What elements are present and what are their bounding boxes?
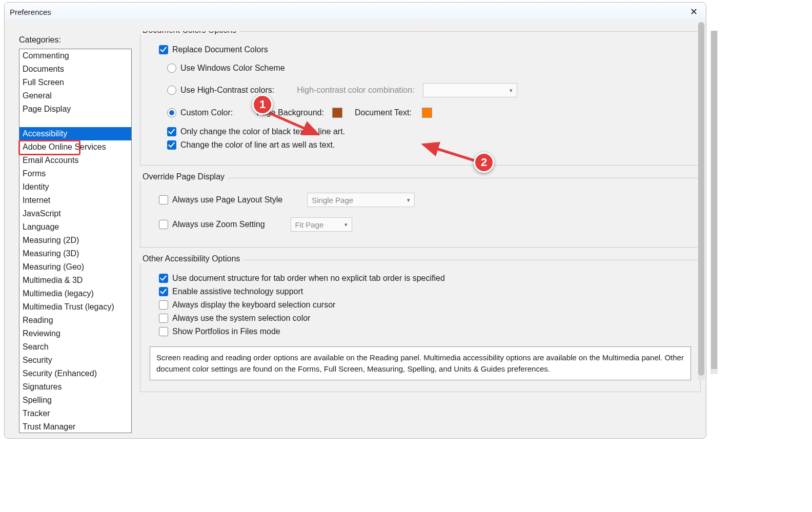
label-replace-colors: Replace Document Colors	[172, 45, 268, 54]
category-item[interactable]: Security (Enhanced)	[19, 367, 131, 380]
close-icon[interactable]: ✕	[687, 6, 701, 17]
chevron-down-icon: ▾	[407, 197, 410, 203]
group-override-page-display: Override Page Display Always use Page La…	[140, 178, 701, 248]
radio-windows-scheme[interactable]	[167, 64, 176, 73]
category-item[interactable]: JavaScript	[19, 207, 131, 220]
category-item[interactable]: Commenting	[19, 49, 131, 63]
select-zoom-value: Fit Page	[295, 220, 324, 229]
category-item[interactable]: General	[19, 89, 131, 103]
label-high-contrast: Use High-Contrast colors:	[180, 86, 274, 95]
category-item[interactable]: Page Display	[19, 103, 131, 116]
category-item[interactable]: Internet	[19, 194, 131, 207]
category-item[interactable]: Full Screen	[19, 76, 131, 89]
categories-label: Categories:	[19, 35, 132, 45]
category-item[interactable]: Documents	[19, 63, 131, 76]
category-item[interactable]: Multimedia & 3D	[19, 274, 131, 287]
category-item[interactable]: Trust Manager	[19, 420, 131, 433]
categories-list[interactable]: CommentingDocumentsFull ScreenGeneralPag…	[19, 49, 132, 433]
select-zoom[interactable]: Fit Page ▾	[291, 217, 352, 232]
swatch-document-text[interactable]	[422, 108, 432, 118]
label-sys-sel-color: Always use the system selection color	[172, 314, 310, 323]
dialog-title: Preferences	[10, 8, 51, 16]
label-portfolios: Show Portfolios in Files mode	[172, 327, 280, 336]
checkbox-zoom[interactable]	[159, 220, 168, 229]
outer-scrollbar[interactable]	[710, 31, 718, 374]
category-item[interactable]: Forms	[19, 167, 131, 180]
preferences-dialog: Preferences ✕ Categories: CommentingDocu…	[4, 2, 706, 439]
content-scrollbar[interactable]	[698, 22, 705, 381]
info-text: Screen reading and reading order options…	[150, 346, 691, 380]
category-item[interactable]: Multimedia Trust (legacy)	[19, 300, 131, 314]
category-item[interactable]: Security	[19, 354, 131, 367]
category-item[interactable]: Measuring (3D)	[19, 247, 131, 260]
category-item[interactable]: Signatures	[19, 380, 131, 394]
category-item[interactable]: Language	[19, 220, 131, 234]
category-item[interactable]: Multimedia (legacy)	[19, 287, 131, 300]
category-item[interactable]: Adobe Online Services	[19, 140, 131, 154]
annotation-callout-1: 1	[252, 94, 273, 115]
label-line-art: Change the color of line art as well as …	[180, 140, 335, 150]
category-item[interactable]: Email Accounts	[19, 154, 131, 167]
select-page-layout-value: Single Page	[312, 196, 353, 204]
checkbox-kb-cursor[interactable]	[159, 300, 168, 310]
checkbox-only-black[interactable]	[167, 127, 176, 136]
legend-document-colors: Document Colors Options	[140, 31, 239, 35]
checkbox-page-layout[interactable]	[159, 195, 168, 204]
category-item[interactable]: Accessibility	[19, 127, 131, 140]
legend-other: Other Accessibility Options	[140, 254, 243, 263]
legend-override: Override Page Display	[140, 172, 228, 181]
category-item[interactable]: Measuring (2D)	[19, 234, 131, 247]
category-item[interactable]: Spelling	[19, 394, 131, 407]
chevron-down-icon: ▾	[510, 87, 513, 94]
label-assistive: Enable assistive technology support	[172, 287, 303, 296]
category-item[interactable]: Reviewing	[19, 327, 131, 340]
checkbox-tab-order[interactable]	[159, 274, 168, 283]
outer-scrollbar-thumb[interactable]	[711, 31, 717, 369]
checkbox-portfolios[interactable]	[159, 327, 168, 336]
category-item[interactable]: Search	[19, 340, 131, 354]
label-page-layout: Always use Page Layout Style	[172, 195, 282, 204]
group-document-colors: Document Colors Options Replace Document…	[140, 31, 701, 166]
group-other-accessibility: Other Accessibility Options Use document…	[140, 260, 701, 392]
chevron-down-icon: ▾	[344, 221, 348, 228]
select-high-contrast[interactable]: ▾	[423, 83, 517, 97]
select-page-layout[interactable]: Single Page ▾	[307, 193, 415, 207]
radio-high-contrast[interactable]	[167, 86, 176, 95]
label-kb-cursor: Always display the keyboard selection cu…	[172, 300, 335, 310]
annotation-callout-2: 2	[474, 152, 494, 173]
label-windows-scheme: Use Windows Color Scheme	[180, 64, 285, 73]
label-tab-order: Use document structure for tab order whe…	[172, 274, 445, 283]
checkbox-line-art[interactable]	[167, 140, 176, 150]
category-item[interactable]: Measuring (Geo)	[19, 260, 131, 274]
category-item[interactable]: Reading	[19, 314, 131, 327]
swatch-page-background[interactable]	[332, 108, 342, 118]
label-only-black: Only change the color of black text or l…	[180, 127, 345, 136]
titlebar: Preferences ✕	[5, 3, 706, 19]
category-item[interactable]: Identity	[19, 180, 131, 194]
label-custom-color: Custom Color:	[180, 108, 233, 117]
label-high-contrast-combo: High-contrast color combination:	[297, 86, 414, 95]
label-zoom: Always use Zoom Setting	[172, 220, 265, 229]
checkbox-assistive[interactable]	[159, 287, 168, 296]
category-item[interactable]: Tracker	[19, 407, 131, 420]
radio-custom-color[interactable]	[167, 108, 176, 117]
label-doc-text: Document Text:	[355, 108, 412, 117]
scrollbar-thumb[interactable]	[698, 22, 704, 376]
checkbox-sys-sel-color[interactable]	[159, 314, 168, 323]
checkbox-replace-colors[interactable]	[159, 45, 168, 54]
